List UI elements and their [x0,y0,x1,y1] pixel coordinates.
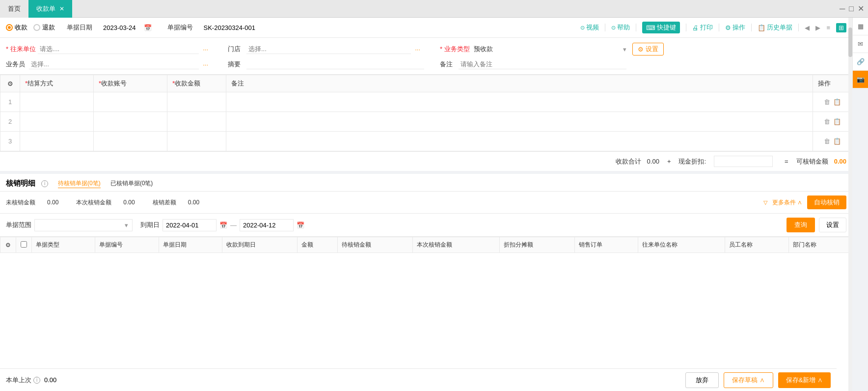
range-field: 单据范围 ▾ [6,219,133,231]
row-1-payment[interactable] [20,92,94,112]
auto-writeoff-btn[interactable]: 自动核销 [807,196,846,209]
filter-settings-button[interactable]: 设置 [819,218,846,232]
th-settings[interactable]: ⚙ [0,75,20,92]
footer-info-icon[interactable]: i [33,377,40,384]
completed-tab[interactable]: 已核销单据(0笔) [110,179,153,188]
row-3-delete-icon[interactable]: 🗑 [824,138,830,145]
tab-home-label: 首页 [8,4,21,13]
row-1-account[interactable] [94,92,167,112]
row-2-delete-icon[interactable]: 🗑 [824,118,830,125]
tab-home[interactable]: 首页 [0,0,28,18]
divider-3 [686,24,686,31]
current-writeoff-value: 0.00 [123,199,135,206]
row-2-num: 2 [0,112,20,132]
nav-prev-icon[interactable]: ◀ [805,24,810,31]
range-select[interactable]: ▾ [34,219,133,231]
row-1-amount[interactable] [167,92,226,112]
video-btn[interactable]: ⊙ 视频 [580,23,599,32]
help-btn[interactable]: ⊙ 帮助 [611,23,630,32]
counterpart-input[interactable] [38,44,199,54]
minimize-icon[interactable]: ─ [840,4,845,13]
row-1-copy-icon[interactable]: 📋 [833,98,841,106]
gear-icon: ⚙ [638,46,644,53]
shortcut-btn[interactable]: ⌨ 快捷键 [642,22,680,33]
nav-list-icon[interactable]: ≡ [826,24,830,31]
save-button[interactable]: 保存&新增 ∧ [778,372,831,388]
counterpart-more-icon[interactable]: ··· [203,46,208,53]
print-btn[interactable]: 🖨 打印 [692,23,713,32]
close-icon[interactable]: ✕ [858,4,864,13]
row-3-payment[interactable] [20,132,94,151]
row-2-copy-icon[interactable]: 📋 [833,118,841,125]
note-input[interactable] [459,59,626,69]
right-panel-table-btn[interactable]: ▦ [853,18,868,35]
shop-input[interactable] [246,44,411,54]
radio-collection[interactable]: 收款 [6,23,27,32]
summary-label: 摘要 [228,60,243,69]
salesperson-more-icon[interactable]: ··· [203,61,208,68]
number-value: SK-20230324-001 [204,24,256,31]
row-3-note[interactable] [226,132,813,151]
bth-checkbox[interactable] [16,237,32,253]
writeoff-info-icon[interactable]: i [41,180,48,187]
calendar-to-icon[interactable]: 📅 [297,222,304,229]
date-to-input[interactable] [240,219,294,231]
bth-doc-number: 单据编号 [95,237,159,253]
equals-sign: = [785,158,788,165]
print-label: 打印 [700,23,713,32]
th-account-label: 收款账号 [101,80,127,87]
discount-input[interactable] [714,156,773,167]
scroll-thumb[interactable] [848,28,852,57]
row-1-delete-icon[interactable]: 🗑 [824,98,830,106]
tab-close-icon[interactable]: ✕ [59,5,64,12]
date-field: 到期日 📅 — 📅 [140,219,304,231]
summary-input[interactable] [246,59,424,69]
right-panel-image-btn[interactable]: 📷 [853,71,868,88]
pending-tab[interactable]: 待核销单据(0笔) [58,179,101,188]
row-3-amount[interactable] [167,132,226,151]
settings-label: 设置 [646,45,658,54]
verifiable-label: 可核销金额 [796,157,828,166]
counterpart-label: * 往来单位 [6,45,36,54]
shop-field: 门店 ··· [228,44,424,54]
row-2-actions: 🗑 📋 [813,112,852,132]
bth-pending-amount: 待核销金额 [337,237,412,253]
nav-next-icon[interactable]: ▶ [815,24,820,31]
calendar-from-icon[interactable]: 📅 [219,222,227,229]
draft-button[interactable]: 保存草稿 ∧ [724,372,773,388]
row-2-account[interactable] [94,112,167,132]
divider-6 [798,24,799,31]
row-2-note[interactable] [226,112,813,132]
operate-btn[interactable]: ⚙ 操作 [725,23,745,32]
shop-more-icon[interactable]: ··· [415,46,420,53]
radio-refund[interactable]: 退款 [33,23,55,32]
calendar-icon[interactable]: 📅 [144,24,152,31]
salesperson-input[interactable] [29,59,199,69]
right-panel-mail-btn[interactable]: ✉ [853,35,868,53]
right-panel-link-btn[interactable]: 🔗 [853,53,868,71]
row-3-account[interactable] [94,132,167,151]
divider-1 [605,24,605,31]
nav-grid-icon[interactable]: ⊞ [836,23,846,32]
business-type-dropdown-icon[interactable]: ▾ [623,46,626,53]
scrollbar[interactable] [848,18,852,391]
row-3-copy-icon[interactable]: 📋 [833,138,841,145]
th-actions: 操作 [813,75,852,92]
row-2-amount[interactable] [167,112,226,132]
select-all-checkbox[interactable] [21,241,27,248]
settings-button[interactable]: ⚙ 设置 [632,43,664,56]
main-table-section: ⚙ *结算方式 *收款账号 *收款金额 备注 操作 [0,75,852,151]
query-button[interactable]: 查询 [787,218,815,232]
business-type-value: 预收款 [474,45,623,54]
more-filter-btn[interactable]: 更多条件 ∧ [772,198,802,207]
more-filter-icon: ▽ [763,199,767,206]
history-btn[interactable]: 📋 历史单据 [758,23,792,32]
bth-settings[interactable]: ⚙ [0,237,16,253]
restore-icon[interactable]: □ [849,4,854,13]
row-2-payment[interactable] [20,112,94,132]
date-from-input[interactable] [163,219,217,231]
row-1-note[interactable] [226,92,813,112]
abandon-button[interactable]: 放弃 [685,372,719,388]
th-note: 备注 [226,75,813,92]
tab-collection[interactable]: 收款单 ✕ [28,0,72,18]
